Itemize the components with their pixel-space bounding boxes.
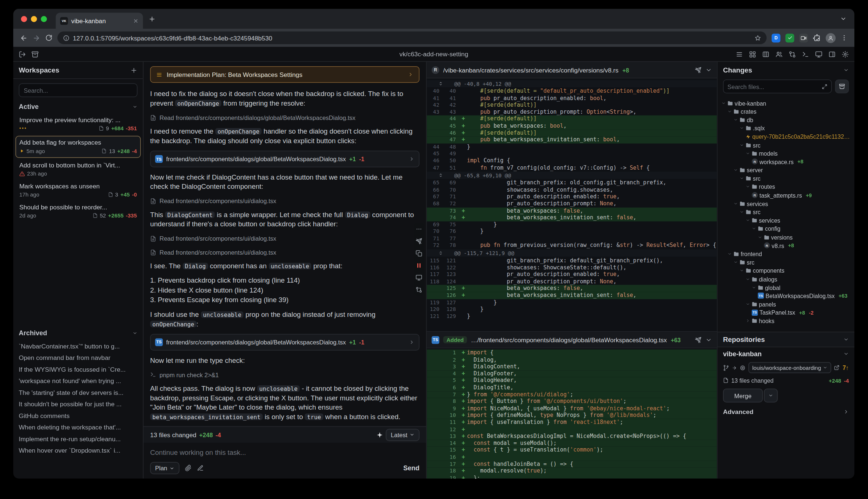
files-changed-bar[interactable]: 13 files changed +248 -4 Latest [144, 426, 426, 443]
zoom-window-button[interactable] [41, 16, 47, 22]
workspace-search-input[interactable] [19, 84, 138, 98]
conversation-scroll[interactable]: Implementation Plan: Beta Workspaces Set… [144, 62, 426, 426]
edit-icon[interactable] [197, 465, 204, 471]
tree-folder[interactable]: frontend [718, 250, 854, 258]
tree-folder[interactable]: crates [718, 107, 854, 116]
tree-folder[interactable]: components [718, 266, 854, 275]
workspace-item[interactable]: Improve the preview functionality: ...••… [15, 114, 141, 135]
pause-icon[interactable] [416, 262, 422, 269]
reload-icon[interactable] [45, 34, 53, 42]
tree-folder[interactable]: dialogs [718, 275, 854, 283]
archived-section-header[interactable]: Archived [13, 326, 143, 340]
extension-d-icon[interactable]: D [772, 33, 780, 42]
tree-file[interactable]: Rv8.rs+8 [718, 241, 854, 250]
active-section-header[interactable]: Active [13, 99, 143, 114]
diff-header[interactable]: TSAdded…/frontend/src/components/dialogs… [427, 332, 717, 348]
file-change-card[interactable]: TSfrontend/src/components/dialogs/global… [150, 334, 419, 350]
tree-file[interactable]: TSTaskPanel.tsx+8-2 [718, 308, 854, 317]
external-link-icon[interactable] [834, 365, 839, 371]
tree-file[interactable]: Rtask_attempts.rs+9 [718, 191, 854, 199]
close-window-button[interactable] [21, 16, 27, 22]
changes-header[interactable]: Changes [718, 62, 854, 78]
back-icon[interactable] [20, 34, 28, 42]
archived-workspace-item[interactable]: If the WYSIWYG is focussed in `Cre... [13, 363, 143, 375]
screen-capture-extension-icon[interactable] [799, 33, 808, 42]
tree-folder[interactable]: config [718, 224, 854, 233]
archived-workspace-item[interactable]: Implement the re-run setup/cleanu... [13, 433, 143, 445]
send-button[interactable]: Send [403, 464, 419, 472]
tree-folder[interactable]: src [718, 141, 854, 149]
hunk-header[interactable]: @@ -115,7 +121,9 @@ [427, 250, 717, 257]
extensions-icon[interactable] [813, 34, 821, 42]
mode-dropdown[interactable]: Plan [150, 462, 180, 474]
tree-folder[interactable]: global [718, 283, 854, 292]
broadcast-off-icon[interactable] [416, 238, 422, 245]
merge-button[interactable]: Merge [723, 389, 763, 403]
expand-icon[interactable] [822, 84, 828, 89]
expand-hunk-icon[interactable] [438, 251, 443, 256]
repo-row[interactable]: vibe-kanban [718, 347, 854, 361]
workspace-item[interactable]: Add beta flag for workspaces5m ago13+248… [15, 136, 141, 158]
collaborators-icon[interactable] [776, 50, 783, 58]
git-compare-icon[interactable] [789, 50, 796, 58]
tree-folder[interactable]: routes [718, 183, 854, 191]
open-in-icon[interactable] [19, 50, 26, 58]
new-tab-icon[interactable] [149, 15, 156, 22]
omnibox[interactable]: 127.0.0.1:57095/workspaces/c63c9fd6-dfb8… [57, 32, 767, 45]
tool-call-row[interactable]: Read frontend/src/components/ui/dialog.t… [150, 234, 419, 243]
tree-folder[interactable]: models [718, 149, 854, 158]
url-text[interactable]: 127.0.0.1:57095/workspaces/c63c9fd6-dfb8… [73, 35, 751, 41]
preview-icon[interactable] [416, 275, 422, 281]
latest-dropdown[interactable]: Latest [386, 429, 419, 441]
tool-call-row[interactable]: Read frontend/src/components/dialogs/glo… [150, 113, 419, 122]
merge-options-button[interactable] [764, 389, 778, 403]
tree-folder[interactable]: vibe-kanban [718, 99, 854, 107]
expand-hunk-icon[interactable] [438, 173, 443, 178]
terminal-icon[interactable] [802, 50, 809, 58]
tree-folder[interactable]: services [718, 216, 854, 224]
repositories-header[interactable]: Repositories [718, 332, 854, 347]
git-compare-icon[interactable] [416, 287, 422, 293]
forward-icon[interactable] [33, 34, 40, 42]
tree-folder[interactable]: panels [718, 300, 854, 308]
archive-icon[interactable] [32, 50, 39, 58]
file-search[interactable] [723, 79, 832, 93]
tree-file[interactable]: Rworkspace.rs+8 [718, 158, 854, 166]
broadcast-off-icon[interactable] [695, 336, 702, 343]
advanced-row[interactable]: Advanced [718, 405, 854, 419]
hunk-header[interactable]: @@ -40,8 +40,12 @@ [427, 80, 717, 88]
message-input[interactable] [150, 448, 419, 462]
attach-icon[interactable] [185, 465, 192, 471]
branch-selector[interactable]: louis/workspace-onboarding [748, 362, 831, 373]
tree-folder[interactable]: src [718, 174, 854, 183]
collapse-icon[interactable] [705, 67, 712, 73]
archived-workspace-item[interactable]: When hover over `Dropdown.tsx` i... [13, 445, 143, 456]
tree-file[interactable]: TSBetaWorkspacesDialog.tsx+63 [718, 291, 854, 300]
tree-folder[interactable]: hooks [718, 317, 854, 325]
view-list-icon[interactable] [736, 50, 743, 58]
tool-call-row[interactable]: pnpm run check 2>&1 [150, 370, 419, 379]
site-info-icon[interactable] [63, 35, 70, 41]
workspace-item[interactable]: Should be possible to reorder...2d ago52… [15, 201, 141, 222]
copy-icon[interactable] [416, 250, 422, 257]
tab-search-icon[interactable] [840, 15, 847, 22]
view-grid-icon[interactable] [749, 50, 757, 58]
hunk-header[interactable]: @@ -65,8 +69,10 @@ [427, 172, 717, 179]
workspace-item[interactable]: Mark workspaces as unseen17h ago3+45-0 [15, 180, 141, 201]
tree-folder[interactable]: db [718, 116, 854, 124]
tool-call-row[interactable]: Read frontend/src/components/ui/dialog.t… [150, 248, 419, 257]
file-change-card[interactable]: TSfrontend/src/components/dialogs/global… [150, 151, 419, 167]
archived-workspace-item[interactable]: GitHub comments [13, 410, 143, 421]
tree-folder[interactable]: src [718, 208, 854, 216]
minimize-window-button[interactable] [31, 16, 37, 22]
view-columns-icon[interactable] [762, 50, 770, 58]
profile-avatar[interactable] [826, 33, 836, 43]
browser-tab[interactable]: VK vibe-kanban [56, 13, 143, 29]
archived-workspace-item[interactable]: The 'starting' state of dev servers is..… [13, 386, 143, 398]
collapse-icon[interactable] [705, 336, 712, 343]
settings-icon[interactable] [842, 50, 849, 58]
bookmark-icon[interactable] [755, 35, 761, 41]
file-search-input[interactable] [727, 83, 819, 90]
tree-folder[interactable]: versions [718, 233, 854, 241]
diff-header[interactable]: R/vibe-kanban/crates/services/src/servic… [427, 62, 717, 78]
